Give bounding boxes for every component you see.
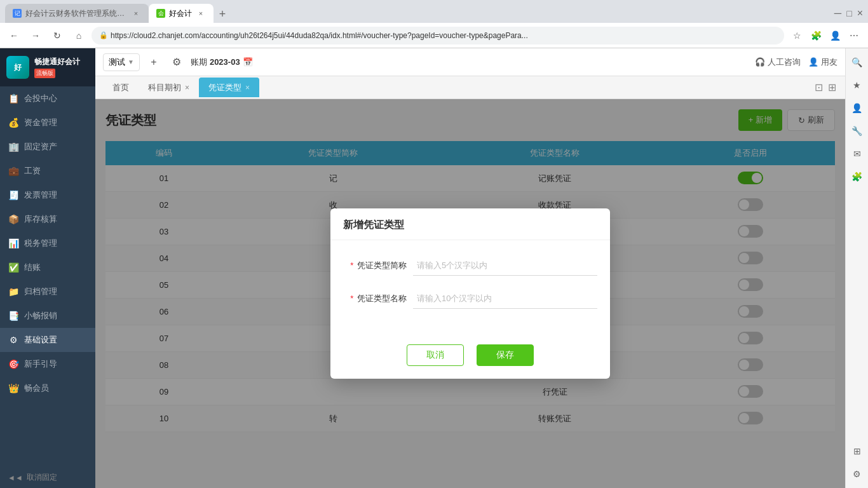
sidebar-item-register[interactable]: 📋 会投中心 [0,86,95,111]
settings-icon: ⚙ [8,334,19,346]
collapse-icon[interactable]: ⊡ [813,80,824,95]
sidebar-item-label: 会投中心 [24,93,57,104]
sidebar-item-guide[interactable]: 🎯 新手引导 [0,352,95,376]
field-name-label: * 凭证类型名称 [343,293,413,304]
add-company-button[interactable]: + [145,53,163,71]
toolbar-right: 🎧 人工咨询 👤 用友 [755,57,837,68]
refresh-button[interactable]: ↻ [48,27,66,44]
top-toolbar: 测试 ▼ + ⚙ 账期 2023-03 📅 🎧 人工咨询 👤 用友 [95,48,845,76]
pin-label: 取消固定 [27,472,57,483]
sidebar-item-label: 资金管理 [24,117,57,128]
right-tool-icon[interactable]: 🔧 [848,122,866,140]
sidebar-item-label: 税务管理 [24,238,57,249]
consult-label: 人工咨询 [768,57,801,68]
right-puzzle-icon[interactable]: 🧩 [848,168,866,186]
tax-icon: 📊 [8,238,19,249]
expand-icon[interactable]: ⊞ [827,80,837,95]
sidebar-item-label: 库存核算 [24,214,57,225]
content-area: 凭证类型 + 新增 ↻ 刷新 编码 凭证类型简称 凭证类型名称 是否启用 [95,99,845,488]
settle-icon: ✅ [8,262,19,273]
extensions-icon[interactable]: 🧩 [807,27,825,44]
sidebar-bottom-pin[interactable]: ◄◄ 取消固定 [0,467,95,488]
sidebar-item-label: 发票管理 [24,189,57,201]
field-short-label: * 凭证类型简称 [343,260,413,271]
sidebar-item-label: 基础设置 [24,334,57,346]
home-button[interactable]: ⌂ [70,27,88,44]
bookmark-icon[interactable]: ☆ [788,27,806,44]
sidebar-item-archive[interactable]: 📁 归档管理 [0,280,95,304]
tab-voucher-type[interactable]: 凭证类型 × [199,78,259,97]
sidebar-item-invoice[interactable]: 🧾 发票管理 [0,183,95,207]
form-row-name: * 凭证类型名称 [343,288,597,309]
new-tab-button[interactable]: + [214,5,231,23]
period-area: 账期 2023-03 📅 [191,57,253,68]
workspace-label: 测试 [109,57,125,68]
tab-subject[interactable]: 科目期初 × [139,78,199,97]
archive-icon: 📁 [8,286,19,297]
sidebar-item-salary[interactable]: 💼 工资 [0,159,95,183]
maximize-icon[interactable]: □ [846,8,851,18]
address-bar: ← → ↻ ⌂ 🔒 https://cloud2.chanjet.com/acc… [0,23,868,48]
user-area[interactable]: 👤 用友 [808,57,837,68]
sidebar-item-member[interactable]: 👑 畅会员 [0,376,95,400]
period-label-text: 账期 [191,57,207,68]
required-star-2: * [350,294,353,303]
more-icon[interactable]: ⋯ [845,27,863,44]
right-mail-icon[interactable]: ✉ [848,145,866,163]
workspace-selector[interactable]: 测试 ▼ [103,53,140,71]
right-user-icon[interactable]: 👤 [848,99,866,117]
save-button[interactable]: 保存 [477,344,534,366]
url-input[interactable]: 🔒 https://cloud2.chanjet.com/accounting/… [92,27,784,44]
browser-tab-bar: 记 好会计云财务软件管理系统_会计 × 会 好会计 × + ─ □ × [0,0,868,23]
minimize-icon[interactable]: ─ [834,8,841,19]
browser-tab-1[interactable]: 记 好会计云财务软件管理系统_会计 × [5,4,149,23]
logo-icon: 好 [6,56,29,79]
right-star-icon[interactable]: ★ [848,76,866,94]
sidebar-item-fixed[interactable]: 🏢 固定资产 [0,135,95,159]
sidebar-item-tax[interactable]: 📊 税务管理 [0,231,95,255]
guide-icon: 🎯 [8,358,19,370]
cancel-button[interactable]: 取消 [407,344,464,366]
sidebar-item-report[interactable]: 📑 小畅报销 [0,304,95,328]
profile-icon[interactable]: 👤 [826,27,844,44]
workspace-dropdown-icon: ▼ [128,58,134,65]
tab-subject-close-icon[interactable]: × [185,83,189,92]
right-search-icon[interactable]: 🔍 [848,53,866,71]
modal-header: 新增凭证类型 [330,208,610,240]
salary-icon: 💼 [8,165,19,177]
sidebar-item-settings[interactable]: ⚙ 基础设置 [0,328,95,352]
calendar-icon[interactable]: 📅 [243,57,253,67]
tab1-label: 好会计云财务软件管理系统_会计 [25,8,127,19]
field-short-input[interactable] [413,255,597,276]
consult-button[interactable]: 🎧 人工咨询 [755,57,801,68]
close-icon[interactable]: × [857,8,863,19]
tab-expand-area: ⊡ ⊞ [813,80,837,95]
sidebar: 好 畅捷通好会计 流畅版 📋 会投中心 💰 资金管理 🏢 固定资产 💼 工资 🧾… [0,48,95,488]
tab-home[interactable]: 首页 [103,78,139,97]
pin-icon: ◄◄ [8,473,23,482]
browser-tab-2[interactable]: 会 好会计 × [149,4,214,23]
app-container: 好 畅捷通好会计 流畅版 📋 会投中心 💰 资金管理 🏢 固定资产 💼 工资 🧾… [0,48,868,488]
user-label: 用友 [821,57,837,68]
main-content: 测试 ▼ + ⚙ 账期 2023-03 📅 🎧 人工咨询 👤 用友 [95,48,845,488]
tab1-favicon: 记 [13,9,22,18]
invoice-icon: 🧾 [8,189,19,201]
right-grid-icon[interactable]: ⊞ [848,442,866,460]
tab-voucher-close-icon[interactable]: × [245,83,250,92]
tab1-close-icon[interactable]: × [131,8,141,18]
tab2-close-icon[interactable]: × [196,8,206,18]
tab2-favicon: 会 [156,9,165,18]
sidebar-item-label: 固定资产 [24,141,57,152]
sidebar-item-settle[interactable]: ✅ 结账 [0,255,95,280]
tab-home-label: 首页 [112,82,129,93]
url-text: https://cloud2.chanjet.com/accounting/uh… [111,31,528,40]
sidebar-item-label: 新手引导 [24,358,57,370]
capital-icon: 💰 [8,117,19,128]
settings-button[interactable]: ⚙ [168,53,186,71]
right-settings-icon[interactable]: ⚙ [848,465,866,483]
sidebar-item-capital[interactable]: 💰 资金管理 [0,111,95,135]
forward-button[interactable]: → [27,27,44,44]
field-name-input[interactable] [413,288,597,309]
sidebar-item-stock[interactable]: 📦 库存核算 [0,207,95,231]
back-button[interactable]: ← [5,27,23,44]
